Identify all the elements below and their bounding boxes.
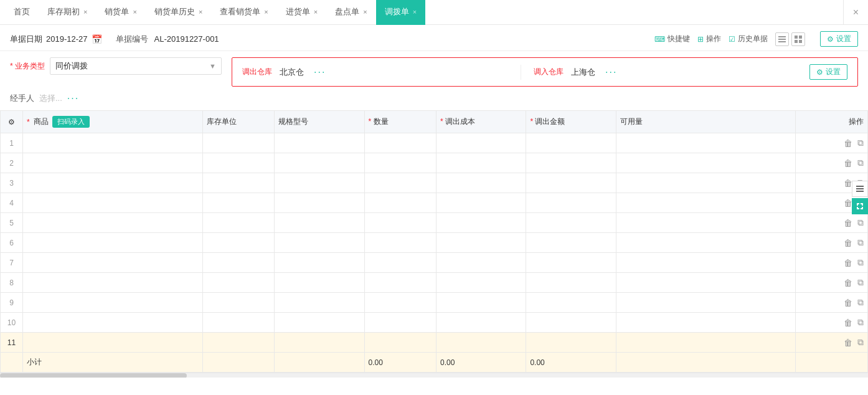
operate-icon: ⊞ bbox=[697, 35, 704, 44]
form-left: 业务类型 同价调拨 ▼ bbox=[10, 57, 222, 81]
close-all-tabs-button[interactable]: × bbox=[843, 0, 868, 25]
row-amount-1[interactable] bbox=[526, 133, 616, 153]
history-icon: ☑ bbox=[729, 35, 735, 44]
copy-icon-10[interactable]: ⧉ bbox=[857, 317, 864, 328]
tab-close-purchase-order[interactable]: × bbox=[314, 8, 318, 16]
layout-list-button[interactable] bbox=[775, 32, 789, 46]
row-qty-1[interactable] bbox=[364, 133, 436, 153]
th-action: 操作 bbox=[796, 111, 868, 133]
layout-grid-icon bbox=[794, 35, 803, 44]
copy-icon-7[interactable]: ⧉ bbox=[857, 257, 864, 268]
scan-button[interactable]: 扫码录入 bbox=[52, 116, 90, 128]
tab-close-sales-order[interactable]: × bbox=[133, 8, 136, 16]
copy-icon-11[interactable]: ⧉ bbox=[857, 337, 864, 348]
sidebar-expand-button[interactable] bbox=[852, 198, 868, 214]
table-row-subtotal: 11 🗑⧉ bbox=[1, 333, 868, 353]
row-spec-1[interactable] bbox=[275, 133, 364, 153]
copy-icon-6[interactable]: ⧉ bbox=[857, 237, 864, 248]
th-cost: * 调出成本 bbox=[436, 111, 526, 133]
table-row: 10 🗑⧉ bbox=[1, 313, 868, 333]
delete-icon-11[interactable]: 🗑 bbox=[844, 338, 852, 348]
th-unit: 库存单位 bbox=[202, 111, 274, 133]
tab-inventory-check[interactable]: 盘点单 × bbox=[326, 0, 375, 25]
delete-icon-4[interactable]: 🗑 bbox=[844, 198, 852, 208]
delete-icon-6[interactable]: 🗑 bbox=[844, 238, 852, 248]
row-product-1[interactable] bbox=[23, 133, 203, 153]
number-value: AL-20191227-001 bbox=[154, 34, 219, 44]
delete-icon-2[interactable]: 🗑 bbox=[844, 158, 852, 168]
tab-sales-order[interactable]: 销货单 × bbox=[96, 0, 145, 25]
tab-sales-history[interactable]: 销货单历史 × bbox=[146, 0, 211, 25]
row-cost-1[interactable] bbox=[436, 133, 526, 153]
date-label: 单据日期 bbox=[10, 34, 42, 45]
date-value: 2019-12-27 bbox=[46, 34, 88, 44]
transfer-out-label: 调出仓库 bbox=[242, 67, 272, 77]
scroll-bar[interactable] bbox=[0, 373, 868, 378]
operate-button[interactable]: ⊞ 操作 bbox=[697, 34, 721, 44]
tab-home[interactable]: 首页 bbox=[5, 0, 39, 25]
copy-icon-5[interactable]: ⧉ bbox=[857, 217, 864, 228]
delete-icon-5[interactable]: 🗑 bbox=[844, 218, 852, 228]
date-field: 单据日期 2019-12-27 📅 bbox=[10, 34, 102, 45]
svg-rect-4 bbox=[799, 36, 802, 39]
transfer-setting-button[interactable]: ⚙ 设置 bbox=[809, 64, 847, 80]
setting-icon: ⚙ bbox=[827, 35, 834, 44]
th-available: 可用量 bbox=[616, 111, 796, 133]
transfer-out-value: 北京仓 bbox=[280, 67, 304, 78]
delete-icon-7[interactable]: 🗑 bbox=[844, 258, 852, 268]
table-row: 7 🗑⧉ bbox=[1, 253, 868, 273]
tab-close-inventory-open[interactable]: × bbox=[83, 8, 87, 16]
row-num-1: 1 bbox=[1, 133, 23, 153]
sidebar-list-button[interactable] bbox=[852, 181, 868, 197]
delete-icon-3[interactable]: 🗑 bbox=[844, 178, 852, 188]
transfer-in-more[interactable]: ··· bbox=[605, 67, 617, 78]
layout-list-icon bbox=[778, 35, 786, 44]
table-row: 4 🗑⧉ bbox=[1, 193, 868, 213]
svg-rect-1 bbox=[778, 39, 786, 40]
person-select[interactable]: 选择... bbox=[39, 93, 62, 104]
tab-transfer-order[interactable]: 调拨单 × bbox=[376, 0, 425, 25]
row-unit-1[interactable] bbox=[202, 133, 274, 153]
table-header-row: ⚙ * 商品 扫码录入 库存单位 规格型号 * 数量 * 调出成 bbox=[1, 111, 868, 133]
delete-icon-10[interactable]: 🗑 bbox=[844, 318, 852, 328]
th-gear[interactable]: ⚙ bbox=[1, 111, 23, 133]
tab-check-sales[interactable]: 查看销货单 × bbox=[211, 0, 276, 25]
tab-close-sales-history[interactable]: × bbox=[199, 8, 202, 16]
copy-icon-2[interactable]: ⧉ bbox=[857, 158, 864, 168]
sidebar-expand-icon bbox=[856, 202, 864, 211]
qty-required-star: * bbox=[369, 117, 372, 126]
setting-button[interactable]: ⚙ 设置 bbox=[820, 31, 858, 47]
subtotal-row: 小计 0.00 0.00 0.00 bbox=[1, 353, 868, 373]
copy-icon-8[interactable]: ⧉ bbox=[857, 277, 864, 288]
th-product: * 商品 扫码录入 bbox=[23, 111, 203, 133]
transfer-box: 调出仓库 北京仓 ··· 调入仓库 上海仓 ··· ⚙ 设置 bbox=[232, 57, 858, 87]
tab-inventory-open[interactable]: 库存期初 × bbox=[39, 0, 96, 25]
tab-close-inventory-check[interactable]: × bbox=[363, 8, 367, 16]
history-button[interactable]: ☑ 历史单据 bbox=[729, 34, 768, 44]
person-more[interactable]: ··· bbox=[67, 93, 79, 104]
transfer-in-label: 调入仓库 bbox=[534, 67, 564, 77]
business-type-dropdown[interactable]: 同价调拨 ▼ bbox=[50, 57, 222, 75]
copy-icon-1[interactable]: ⧉ bbox=[857, 138, 864, 148]
scroll-bar-thumb[interactable] bbox=[0, 373, 187, 378]
table-container: ⚙ * 商品 扫码录入 库存单位 规格型号 * 数量 * 调出成 bbox=[0, 110, 868, 373]
subtotal-label: 小计 bbox=[23, 353, 203, 373]
subtotal-amount: 0.00 bbox=[526, 353, 616, 373]
tab-close-check-sales[interactable]: × bbox=[264, 8, 268, 16]
layout-grid-button[interactable] bbox=[791, 32, 805, 46]
copy-icon-9[interactable]: ⧉ bbox=[857, 297, 864, 308]
table-row: 6 🗑⧉ bbox=[1, 233, 868, 253]
row-available-1[interactable] bbox=[616, 133, 796, 153]
tab-purchase-order[interactable]: 进货单 × bbox=[277, 0, 326, 25]
transfer-box-container: 调出仓库 北京仓 ··· 调入仓库 上海仓 ··· ⚙ 设置 bbox=[232, 57, 858, 87]
svg-rect-3 bbox=[795, 36, 798, 39]
delete-icon-1[interactable]: 🗑 bbox=[844, 138, 852, 148]
delete-icon-8[interactable]: 🗑 bbox=[844, 278, 852, 288]
tab-bar: 首页 库存期初 × 销货单 × 销货单历史 × 查看销货单 × 进货单 × 盘点… bbox=[0, 0, 868, 25]
transfer-out-more[interactable]: ··· bbox=[314, 67, 326, 78]
calendar-icon[interactable]: 📅 bbox=[92, 34, 102, 44]
tab-close-transfer-order[interactable]: × bbox=[413, 8, 417, 16]
delete-icon-9[interactable]: 🗑 bbox=[844, 298, 852, 308]
dropdown-arrow-icon: ▼ bbox=[209, 62, 216, 70]
shortcut-button[interactable]: ⌨ 快捷键 bbox=[654, 34, 690, 44]
